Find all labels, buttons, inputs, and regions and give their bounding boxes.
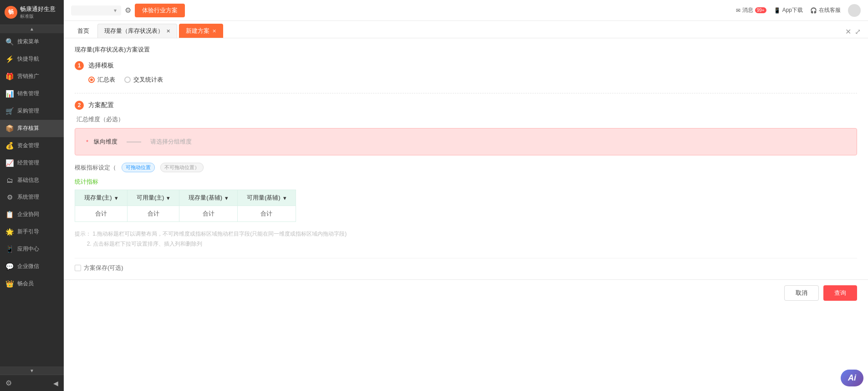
sidebar-item-newbie[interactable]: 🌟 新手引导 bbox=[0, 223, 64, 241]
stat-table: 现存量(主) ▾ 可用量(主) ▾ bbox=[75, 190, 296, 222]
purchase-icon: 🛒 bbox=[5, 107, 14, 115]
sidebar-item-sales[interactable]: 📊 销售管理 bbox=[0, 85, 64, 103]
marketing-icon: 🎁 bbox=[5, 72, 14, 81]
close-panel-icon[interactable]: ✕ bbox=[845, 27, 851, 36]
col-header-0-label: 现存量(主) bbox=[84, 194, 112, 202]
sidebar-item-member[interactable]: 👑 畅会员 bbox=[0, 275, 64, 293]
stat-section: 统计指标 现存量(主) ▾ bbox=[75, 178, 857, 222]
col-header-2[interactable]: 现存量(基辅) ▾ bbox=[179, 190, 238, 206]
step1-title: 选择模板 bbox=[88, 62, 114, 70]
col-header-3-label: 可用量(基辅) bbox=[247, 194, 281, 202]
sidebar-item-search[interactable]: 🔍 搜索菜单 bbox=[0, 33, 64, 51]
main-area: ▾ ⚙ 体验行业方案 ✉ 消息 99+ 📱 App下载 🎧 在线客服 首页 bbox=[64, 0, 868, 391]
app-name: 畅康通好生意 bbox=[20, 5, 56, 13]
contract-icon: 📋 bbox=[5, 211, 14, 219]
message-badge: 99+ bbox=[755, 7, 766, 13]
cancel-button[interactable]: 取消 bbox=[784, 285, 819, 301]
sidebar-item-basic-info[interactable]: 🗂 基础信息 bbox=[0, 172, 64, 189]
step2-section: 2 方案配置 汇总维度（必选） * 纵向维度 —— 请选择分组维度 模板指标设定… bbox=[75, 101, 857, 249]
template-options: 汇总表 交叉统计表 bbox=[88, 76, 857, 84]
content-area: 现存量(库存状况表)方案设置 1 选择模板 汇总表 交叉统计表 bbox=[64, 38, 868, 391]
system-icon: ⚙ bbox=[5, 193, 14, 201]
online-service-label: 在线客服 bbox=[819, 6, 841, 14]
tab-inventory[interactable]: 现存量（库存状况表） ✕ bbox=[97, 24, 177, 38]
settings-icon[interactable]: ⚙ bbox=[5, 379, 12, 387]
app-download-label: App下载 bbox=[782, 6, 803, 14]
tip-box: 提示： 1.拖动标题栏可以调整布局，不可跨维度或指标区域拖动栏目字段(只能在同一… bbox=[75, 229, 857, 249]
col-header-1[interactable]: 可用量(主) ▾ bbox=[127, 190, 179, 206]
sidebar-item-inventory[interactable]: 📦 库存核算 bbox=[0, 120, 64, 137]
user-avatar[interactable] bbox=[848, 4, 861, 17]
col-0-dropdown-icon[interactable]: ▾ bbox=[115, 195, 118, 201]
tab-home[interactable]: 首页 bbox=[71, 24, 96, 38]
divider-1 bbox=[75, 93, 857, 93]
tab-new-plan[interactable]: 新建方案 ✕ bbox=[179, 24, 223, 38]
sidebar-item-quick-nav[interactable]: ⚡ 快捷导航 bbox=[0, 51, 64, 68]
sidebar-item-app-center[interactable]: 📱 应用中心 bbox=[0, 241, 64, 258]
radio-crosstab[interactable]: 交叉统计表 bbox=[124, 76, 163, 84]
topbar-search-area[interactable]: ▾ bbox=[71, 5, 121, 15]
indicator-settings-label: 模板指标设定（ bbox=[75, 164, 116, 172]
dimension-section-label: 汇总维度（必选） bbox=[77, 115, 857, 123]
non-draggable-badge: 不可拖动位置） bbox=[160, 163, 204, 172]
radio-summary-dot[interactable] bbox=[88, 77, 95, 83]
topbar: ▾ ⚙ 体验行业方案 ✉ 消息 99+ 📱 App下载 🎧 在线客服 bbox=[64, 0, 868, 21]
col-header-2-label: 现存量(基辅) bbox=[189, 194, 222, 202]
sidebar-item-wechat[interactable]: 💬 企业微信 bbox=[0, 258, 64, 275]
member-icon: 👑 bbox=[5, 280, 14, 288]
quick-nav-icon: ⚡ bbox=[5, 55, 14, 63]
radio-crosstab-label: 交叉统计表 bbox=[133, 76, 163, 84]
topbar-gear-icon[interactable]: ⚙ bbox=[125, 6, 131, 15]
online-service-action[interactable]: 🎧 在线客服 bbox=[810, 6, 841, 14]
search-input[interactable] bbox=[76, 7, 112, 14]
save-option: 方案保存(可选) bbox=[75, 258, 857, 272]
save-checkbox[interactable] bbox=[75, 265, 81, 271]
expand-panel-icon[interactable]: ⤢ bbox=[855, 27, 861, 36]
app-download-icon: 📱 bbox=[774, 7, 781, 14]
col-header-3[interactable]: 可用量(基辅) ▾ bbox=[238, 190, 296, 206]
logo-icon: 畅 bbox=[5, 6, 17, 19]
sidebar-item-purchase[interactable]: 🛒 采购管理 bbox=[0, 103, 64, 120]
sidebar-item-system[interactable]: ⚙ 系统管理 bbox=[0, 189, 64, 206]
new-plan-tab-close-icon[interactable]: ✕ bbox=[212, 28, 216, 34]
dimension-required-mark: * bbox=[86, 139, 88, 145]
step1-num: 1 bbox=[75, 61, 84, 70]
radio-crosstab-dot[interactable] bbox=[124, 77, 131, 83]
inventory-tab-label: 现存量（库存状况表） bbox=[104, 27, 163, 35]
dropdown-chevron-icon[interactable]: ▾ bbox=[114, 7, 117, 14]
sidebar-scroll-down[interactable]: ▼ bbox=[0, 366, 64, 375]
wechat-icon: 💬 bbox=[5, 262, 14, 271]
draggable-badge: 可拖动位置 bbox=[122, 163, 155, 172]
sidebar-scroll-up[interactable]: ▲ bbox=[0, 25, 64, 33]
cell-0-3: 合计 bbox=[238, 206, 296, 222]
ai-badge[interactable]: Ai bbox=[841, 370, 863, 386]
sidebar-item-contract[interactable]: 📋 企业协同 bbox=[0, 206, 64, 223]
app-download-action[interactable]: 📱 App下载 bbox=[774, 6, 803, 14]
query-button[interactable]: 查询 bbox=[823, 285, 857, 301]
col-header-0[interactable]: 现存量(主) ▾ bbox=[75, 190, 128, 206]
step1-section: 1 选择模板 汇总表 交叉统计表 bbox=[75, 61, 857, 84]
sales-icon: 📊 bbox=[5, 90, 14, 98]
collapse-icon[interactable]: ◀ bbox=[53, 380, 58, 387]
stat-title: 统计指标 bbox=[75, 178, 857, 186]
col-3-dropdown-icon[interactable]: ▾ bbox=[283, 195, 286, 201]
cell-0-2: 合计 bbox=[179, 206, 238, 222]
tabbar: 首页 现存量（库存状况表） ✕ 新建方案 ✕ ✕ ⤢ bbox=[64, 21, 868, 38]
step2-title: 方案配置 bbox=[88, 101, 114, 109]
sidebar-item-operations[interactable]: 📈 经营管理 bbox=[0, 154, 64, 172]
sidebar-item-label: 搜索菜单 bbox=[17, 38, 39, 46]
dimension-placeholder[interactable]: 请选择分组维度 bbox=[150, 138, 192, 146]
app-version: 标准版 bbox=[20, 13, 56, 19]
radio-summary[interactable]: 汇总表 bbox=[88, 76, 115, 84]
cell-0-0: 合计 bbox=[75, 206, 128, 222]
radio-summary-label: 汇总表 bbox=[97, 76, 115, 84]
sidebar-nav: 🔍 搜索菜单 ⚡ 快捷导航 🎁 营销推广 📊 销售管理 🛒 采购管理 📦 库存核… bbox=[0, 33, 64, 366]
headset-icon: 🎧 bbox=[810, 7, 817, 14]
inventory-tab-close-icon[interactable]: ✕ bbox=[166, 28, 170, 34]
sidebar-item-finance[interactable]: 💰 资金管理 bbox=[0, 137, 64, 154]
col-1-dropdown-icon[interactable]: ▾ bbox=[167, 195, 170, 201]
message-action[interactable]: ✉ 消息 99+ bbox=[736, 6, 766, 14]
sidebar-item-marketing[interactable]: 🎁 营销推广 bbox=[0, 68, 64, 85]
trial-button[interactable]: 体验行业方案 bbox=[135, 4, 185, 17]
col-2-dropdown-icon[interactable]: ▾ bbox=[225, 195, 228, 201]
